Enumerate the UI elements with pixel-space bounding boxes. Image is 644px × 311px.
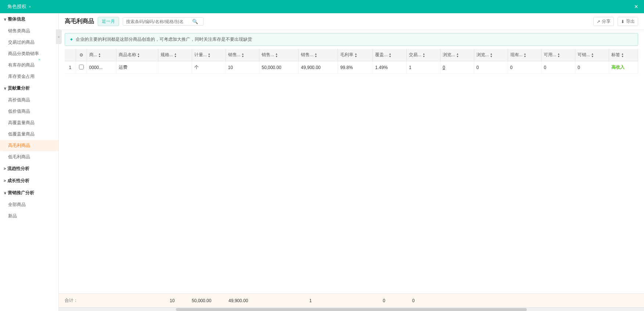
col-sort-view1[interactable]: ▲▼ [456, 53, 459, 58]
col-header-coverage[interactable]: 覆盖...▲▼ [373, 49, 407, 61]
sidebar-item-1-2[interactable]: 高覆盖量商品 [0, 117, 58, 129]
group-label-3: 成长性分析 [7, 178, 29, 184]
sidebar-item-0-0[interactable]: 销售类商品 [0, 25, 58, 37]
sidebar-item-4-0[interactable]: 全部商品 [0, 199, 58, 210]
sidebar-group-3[interactable]: >成长性分析 [0, 175, 58, 187]
cell-trade-0: 1 [407, 61, 440, 74]
nav-item-4[interactable]: 角色授权× [3, 0, 45, 13]
col-sort-sellable[interactable]: ▲▼ [591, 53, 594, 58]
col-sort-view2[interactable]: ▲▼ [490, 53, 493, 58]
col-sort-spec[interactable]: ▲▼ [174, 53, 177, 58]
close-all-button[interactable]: × [631, 3, 641, 11]
nav-close-4[interactable]: × [29, 4, 31, 9]
export-button[interactable]: ⬇ 导出 [618, 17, 638, 26]
col-sort-trade[interactable]: ▲▼ [422, 53, 425, 58]
search-box: 🔍 [123, 17, 204, 26]
col-sort-sale_qty[interactable]: ▲▼ [242, 53, 244, 58]
table-row: 10000...运费个1050,000.0049,900.0099.8%1.49… [65, 61, 638, 74]
col-header-sellable[interactable]: 可销...▲▼ [575, 49, 609, 61]
col-header-gross_rate[interactable]: 毛利率▲▼ [338, 49, 373, 61]
total-label: 合计： [65, 297, 87, 304]
total-sale-amt: 50,000.00 [190, 298, 226, 303]
sidebar-group-0[interactable]: ∨整体信息 [0, 13, 58, 25]
total-current: 0 [381, 298, 410, 303]
cell-gross_rate-0: 99.8% [338, 61, 373, 74]
sidebar-item-1-3[interactable]: 低覆盖量商品 [0, 129, 58, 140]
cell-sellable-0: 0 [575, 61, 609, 74]
sidebar-item-0-4[interactable]: 库存资金占用 [0, 71, 58, 82]
col-header-available[interactable]: 可用...▲▼ [542, 49, 575, 61]
sidebar-item-1-0[interactable]: 高价值商品 [0, 94, 58, 106]
nav-close-8[interactable]: × [38, 57, 40, 62]
sidebar-group-2[interactable]: >流趋性分析 [0, 163, 58, 175]
col-header-trade[interactable]: 交易...▲▼ [407, 49, 440, 61]
col-header-num[interactable] [65, 49, 76, 61]
sidebar-item-0-2[interactable]: 商品分类助销率 [0, 48, 58, 59]
col-sort-current[interactable]: ▲▼ [524, 53, 526, 58]
sidebar-item-1-4[interactable]: 高毛利商品 [0, 140, 58, 151]
cell-num-0: 1 [65, 61, 76, 74]
top-nav: 首页销售单×进货单×权限设置×角色授权×产成品入库单×单据模板设置×商品分析×商… [0, 0, 644, 13]
cell-current-0: 0 [508, 61, 542, 74]
col-header-code[interactable]: 商...▲▼ [87, 49, 116, 61]
total-sale-cost: 49,900.00 [226, 298, 263, 303]
sidebar-item-1-1[interactable]: 低价值商品 [0, 106, 58, 117]
info-bar: ✦ 企业的主要的利润都是这部分商品创造的，可考虑加大推广，同时关注库存是不要出现… [65, 33, 638, 46]
group-label-4: 营销推广分析 [8, 190, 34, 196]
col-header-spec[interactable]: 规格...▲▼ [158, 49, 192, 61]
total-available: 0 [410, 298, 439, 303]
page-title: 高毛利商品 [65, 18, 94, 25]
nav-close-7[interactable]: × [29, 44, 31, 48]
share-button[interactable]: ↗ 分享 [593, 17, 614, 26]
cell-name-0[interactable]: 运费 [116, 61, 158, 74]
nav-close-5[interactable]: × [38, 18, 40, 22]
filter-button[interactable]: 近一月 [98, 17, 119, 26]
table-container: ⚙商...▲▼商品名称▲▼规格...▲▼计量...▲▼销售...▲▼销售...▲… [59, 49, 644, 293]
col-header-sale_cost[interactable]: 销售...▲▼ [299, 49, 338, 61]
settings-icon[interactable]: ⚙ [79, 53, 83, 58]
col-sort-available[interactable]: ▲▼ [557, 53, 560, 58]
col-sort-name[interactable]: ▲▼ [137, 53, 140, 58]
col-label-tag: 标签 [611, 52, 620, 57]
col-sort-gross_rate[interactable]: ▲▼ [355, 53, 357, 58]
col-header-view2[interactable]: 浏览...▲▼ [474, 49, 508, 61]
cell-unit-0: 个 [192, 61, 226, 74]
sidebar-item-1-5[interactable]: 低毛利商品 [0, 151, 58, 163]
group-arrow-2: > [4, 167, 6, 171]
col-label-sale_cost: 销售... [301, 52, 313, 57]
row-checkbox-0[interactable] [79, 65, 84, 69]
sidebar-item-0-3[interactable]: 有库存的商品 [0, 59, 58, 71]
cell-coverage-0: 1.49% [373, 61, 407, 74]
col-header-check[interactable]: ⚙ [76, 49, 87, 61]
total-sale-qty: 10 [168, 298, 190, 303]
search-icon[interactable]: 🔍 [192, 19, 198, 24]
col-sort-coverage[interactable]: ▲▼ [389, 53, 391, 58]
view1-link[interactable]: 0 [443, 65, 445, 70]
sidebar-group-4[interactable]: ∨营销推广分析 [0, 187, 58, 199]
cell-sale_cost-0: 49,900.00 [299, 61, 338, 74]
col-sort-tag[interactable]: ▲▼ [621, 53, 624, 58]
col-label-unit: 计量... [194, 52, 207, 57]
col-sort-sale_cost[interactable]: ▲▼ [314, 53, 317, 58]
export-icon: ⬇ [621, 19, 625, 24]
horizontal-scrollbar[interactable] [59, 307, 644, 311]
col-sort-sale_amt[interactable]: ▲▼ [275, 53, 278, 58]
cell-sale_amt-0: 50,000.00 [259, 61, 299, 74]
col-header-sale_qty[interactable]: 销售...▲▼ [226, 49, 259, 61]
col-header-unit[interactable]: 计量...▲▼ [192, 49, 226, 61]
col-sort-code[interactable]: ▲▼ [98, 53, 101, 58]
col-header-current[interactable]: 现有...▲▼ [508, 49, 542, 61]
sidebar-item-4-1[interactable]: 新品 [0, 210, 58, 222]
col-header-name[interactable]: 商品名称▲▼ [116, 49, 158, 61]
col-header-tag[interactable]: 标签▲▼ [609, 49, 638, 61]
search-input[interactable] [126, 19, 192, 24]
col-sort-unit[interactable]: ▲▼ [208, 53, 211, 58]
col-header-view1[interactable]: 浏览...▲▼ [440, 49, 474, 61]
nav-close-6[interactable]: × [38, 31, 40, 35]
tag-label: 高收入 [611, 65, 625, 70]
col-header-sale_amt[interactable]: 销售...▲▼ [259, 49, 299, 61]
sidebar-collapse-button[interactable]: « [56, 29, 62, 44]
sidebar-group-1[interactable]: ∨贡献量分析 [0, 82, 58, 94]
cell-view1-0[interactable]: 0 [440, 61, 474, 74]
col-label-current: 现有... [510, 52, 523, 57]
